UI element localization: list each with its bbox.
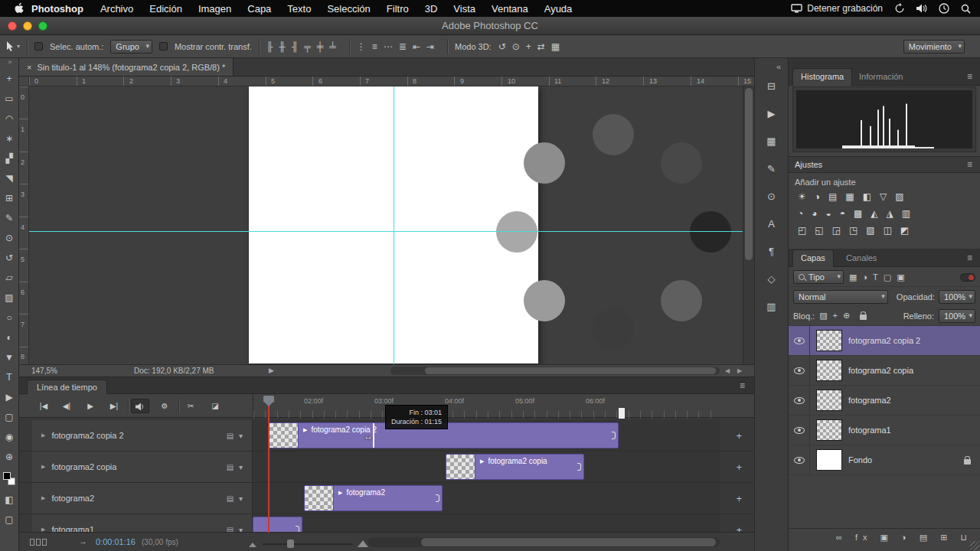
dock-clone-source-icon[interactable]: ⊙ [762, 188, 782, 204]
menu-seleccion[interactable]: Selección [327, 3, 370, 15]
disclosure-triangle-icon[interactable]: ▶ [41, 464, 45, 470]
layer-row[interactable]: fotograma2 copia [789, 356, 980, 386]
pen-tool[interactable]: ▼ [1, 347, 18, 367]
stop-recording-button[interactable]: Detener grabación [791, 3, 883, 14]
tab-histograma[interactable]: Histograma [792, 68, 852, 86]
menu-archivo[interactable]: Archivo [100, 3, 133, 15]
type-tool[interactable]: T [1, 367, 18, 387]
minimize-window-button[interactable] [23, 21, 32, 31]
timeline-scrollbar-thumb[interactable] [421, 538, 716, 546]
transitions-icon[interactable]: ◪ [206, 399, 224, 413]
timeline-time-ruler[interactable]: 02:00f 03:00f 04:00f 05:00f 06:00f [253, 394, 720, 418]
clip-disclosure-icon[interactable]: ▶ [480, 458, 484, 465]
tab-ajustes[interactable]: Ajustes [795, 160, 822, 169]
layers-bottom-icons[interactable]: ∞ fx ▣ ◑ ▤ ⊞ ⊔ [836, 533, 972, 543]
adjustment-icons-row-2[interactable]: ◔◕◒◓▩◭◮▥ [798, 208, 919, 219]
layer-filter-toggle[interactable] [960, 273, 975, 282]
workspace-switcher-dropdown[interactable]: Movimiento [903, 40, 965, 54]
window-title-bar[interactable]: Adobe Photoshop CC [0, 17, 980, 35]
split-clip-scissors-icon[interactable]: ✂ [181, 399, 200, 413]
layer-thumbnail[interactable] [816, 360, 842, 381]
vertical-guide[interactable] [394, 86, 394, 364]
layer-visibility-cell[interactable] [789, 326, 810, 355]
opacity-dropdown[interactable]: 100% [939, 290, 975, 304]
apple-menu-icon[interactable] [14, 2, 24, 15]
adjustments-panel-menu-icon[interactable]: ≡ [967, 159, 972, 170]
dock-paragraph-icon[interactable]: ¶ [762, 243, 782, 259]
magic-wand-tool[interactable]: ∗ [1, 129, 18, 148]
menu-3d[interactable]: 3D [425, 3, 438, 15]
timeline-zoom-slider-thumb[interactable] [287, 540, 294, 548]
scroll-left-arrow-icon[interactable]: ◀ [725, 367, 730, 374]
menu-vista[interactable]: Vista [453, 3, 475, 15]
clone-stamp-tool[interactable]: ⊙ [1, 228, 18, 248]
layer-row[interactable]: fotograma2 [789, 386, 980, 416]
eye-icon[interactable] [794, 427, 805, 434]
clip-disclosure-icon[interactable]: ▶ [338, 490, 342, 496]
menu-texto[interactable]: Texto [287, 3, 311, 15]
menu-edicion[interactable]: Edición [149, 3, 182, 15]
add-media-button[interactable]: + [736, 430, 742, 442]
auto-select-checkbox[interactable] [34, 42, 43, 51]
play-button[interactable]: ▶ [81, 399, 100, 413]
next-frame-button[interactable]: ▶| [105, 399, 123, 413]
track-options-icon[interactable]: ▤ ▾ [227, 463, 252, 471]
lock-all-icon[interactable] [860, 315, 867, 320]
timeline-settings-gear-icon[interactable]: ⚙ [155, 399, 174, 413]
close-tab-icon[interactable]: × [27, 63, 31, 72]
healing-brush-tool[interactable]: ⊞ [1, 188, 18, 208]
dock-animation-icon[interactable]: ▦ [762, 133, 782, 149]
clip-out-point-icon[interactable] [577, 463, 581, 471]
disclosure-triangle-icon[interactable]: ▶ [41, 432, 45, 439]
dodge-tool[interactable]: ◐ [1, 328, 18, 347]
mute-audio-button[interactable] [131, 399, 149, 413]
dock-properties-icon[interactable]: ⊟ [762, 78, 782, 94]
foreground-color-swatch[interactable] [3, 472, 11, 480]
track-header[interactable]: ▶ fotograma1 ▤ ▾ [32, 514, 253, 533]
show-transform-checkbox[interactable] [159, 42, 168, 51]
eyedropper-tool[interactable]: ◥ [1, 168, 18, 188]
vertical-scrollbar-thumb[interactable] [745, 88, 753, 260]
track-lane[interactable]: ▶fotograma2 copia [253, 452, 720, 482]
zoom-out-mountain-icon[interactable] [249, 543, 256, 547]
distribute-icons[interactable]: ⋮≡⋯≣⇤⇥ [357, 41, 440, 52]
layer-filter-dropdown[interactable]: Tipo [793, 270, 844, 284]
brush-tool[interactable]: ✎ [1, 208, 18, 228]
spotlight-search-icon[interactable] [961, 4, 971, 14]
histogram-panel-menu-icon[interactable]: ≡ [967, 71, 972, 82]
layer-thumbnail[interactable] [816, 390, 842, 411]
eye-icon[interactable] [794, 397, 805, 404]
timeline-tab[interactable]: Línea de tiempo [27, 380, 107, 394]
dock-actions-icon[interactable]: ▶ [762, 106, 782, 122]
previous-frame-button[interactable]: ◀| [57, 399, 76, 413]
track-header[interactable]: ▶ fotograma2 copia 2 ▤ ▾ [32, 420, 253, 451]
layer-filter-type-icons[interactable]: ▦◑T▢▣ [849, 272, 910, 282]
move-tool[interactable]: + [1, 69, 18, 89]
layer-thumbnail[interactable] [816, 330, 842, 351]
zoom-in-mountain-icon[interactable] [358, 540, 368, 547]
mode-3d-icons[interactable]: ↺⊙+⇄▦ [498, 41, 567, 52]
track-header[interactable]: ▶ fotograma2 copia ▤ ▾ [32, 452, 253, 482]
path-selection-tool[interactable]: ▶ [1, 387, 18, 407]
zoom-tool[interactable]: ⊕ [1, 447, 18, 467]
layer-thumbnail[interactable] [816, 419, 842, 441]
track-lane[interactable]: ▶fotograma2 [253, 483, 720, 514]
vertical-ruler[interactable]: 0 1 2 3 4 5 6 7 8 [19, 86, 29, 364]
track-options-icon[interactable]: ▤ ▾ [227, 494, 252, 503]
timeline-zoom-slider[interactable] [263, 543, 353, 545]
track-lane[interactable] [253, 514, 720, 533]
timeline-scrollbar[interactable] [368, 537, 720, 547]
track-options-icon[interactable]: ▤ ▾ [227, 432, 252, 440]
zoom-level-field[interactable]: 147,5% [31, 367, 57, 375]
volume-icon[interactable] [916, 4, 927, 13]
rectangular-marquee-tool[interactable]: ▭ [1, 89, 18, 109]
history-brush-tool[interactable]: ↺ [1, 248, 18, 268]
timeline-panel-menu-icon[interactable]: ≡ [740, 380, 745, 391]
layer-visibility-cell[interactable] [789, 416, 810, 445]
menu-photoshop[interactable]: Photoshop [31, 3, 83, 15]
layer-visibility-cell[interactable] [789, 356, 810, 385]
clip-out-point-icon[interactable] [612, 432, 616, 439]
dock-styles-icon[interactable]: ✎ [762, 161, 782, 177]
quick-mask-button[interactable]: ◧ [1, 490, 18, 510]
adjustment-icons-row-1[interactable]: ☀◑▤▦◧▽▨ [798, 191, 913, 202]
